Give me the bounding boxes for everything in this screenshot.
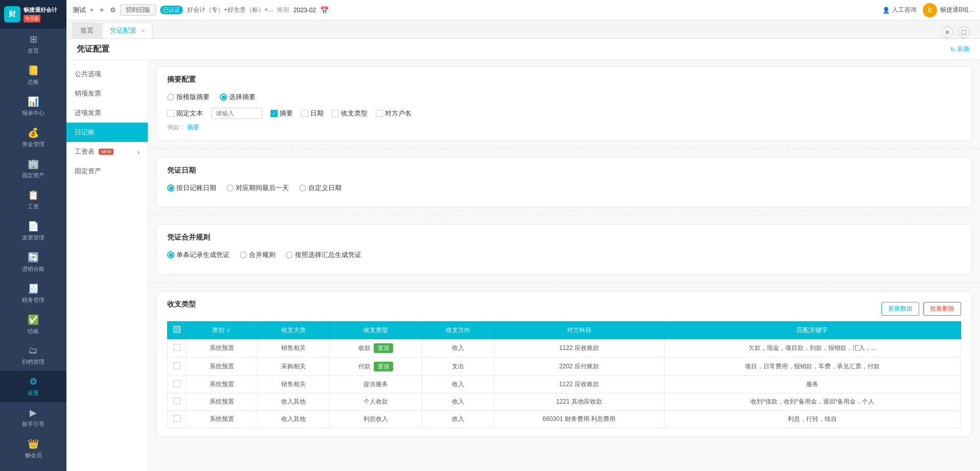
row-checkbox-3[interactable] (168, 393, 186, 411)
table-row: 系统预置 采购相关 付款 置顶 支出 2202 应付账款 项目，日常费用，报销款… (168, 358, 961, 376)
tab-home[interactable]: 首页 (73, 22, 101, 38)
sidebar-item-archive[interactable]: 🗂 归档管理 (0, 340, 66, 371)
row-checkbox-2[interactable] (168, 376, 186, 393)
logo-badge: 专业版 (24, 15, 40, 22)
radio-select[interactable]: 选择摘要 (220, 92, 256, 102)
sidebar-item-common[interactable]: 公共选项 (66, 64, 148, 84)
settle-label: 结账 (28, 327, 39, 335)
sidebar-item-report[interactable]: 📊 报表中心 (0, 91, 66, 122)
row-checkbox-1[interactable] (168, 358, 186, 376)
row-checkbox-0[interactable] (168, 339, 186, 358)
checkbox-summary[interactable]: ✓ 摘要 (270, 109, 293, 118)
reset-tag-0[interactable]: 置顶 (374, 343, 393, 353)
summary-radio-group: 按模版摘要 选择摘要 (167, 92, 961, 102)
sidebar-item-member[interactable]: 👑 畅会员 (0, 433, 66, 464)
batch-delete-button[interactable]: 批量删除 (923, 302, 961, 316)
row-account-3: 1221 其他应收款 (494, 393, 664, 411)
topbar-settings-icon[interactable]: ⚙ (110, 6, 116, 14)
income-btn-group: 更新数据 批量删除 (881, 302, 961, 316)
checkbox-row: 固定文本 ✓ 摘要 日期 收支类型 (167, 108, 961, 119)
row-check-0[interactable] (173, 344, 180, 351)
consult-icon: 👤 (882, 7, 890, 14)
user-menu[interactable]: B 畅捷通B组... (923, 3, 974, 17)
radio-period-last[interactable]: 对应期间最后一天 (226, 183, 289, 193)
row-check-1[interactable] (173, 362, 180, 369)
report-icon: 📊 (28, 96, 39, 107)
refresh-button[interactable]: ↻ 刷新 (950, 45, 970, 59)
radio-selected-total[interactable]: 按照选择汇总生成凭证 (286, 250, 361, 260)
income-table: 类别 ∨ 收支大类 收支类型 收支方向 对方科目 匹配关键字 系统预置 销售相关… (167, 321, 961, 428)
date-section: 凭证日期 按日记账日期 对应期间最后一天 自定义日期 (156, 157, 972, 207)
radio-custom-date[interactable]: 自定义日期 (299, 183, 341, 193)
window-maximize[interactable]: □ (958, 26, 970, 38)
sidebar-item-payroll[interactable]: 📋 工资 (0, 184, 66, 216)
row-direction-1: 支出 (422, 358, 494, 376)
radio-single[interactable]: 单条记录生成凭证 (167, 250, 230, 260)
topbar-dropdown[interactable]: ▾ (90, 6, 94, 14)
radio-template[interactable]: 按模版摘要 (167, 92, 210, 102)
checkbox-counterparty-box (376, 110, 383, 117)
sidebar-item-ledger[interactable]: 📒 总账 (0, 60, 66, 91)
settle-icon: ✅ (28, 314, 39, 325)
col-checkbox[interactable] (168, 322, 186, 339)
sidebar-item-fixed-asset[interactable]: 固定资产 (66, 161, 148, 181)
col-account: 对方科目 (494, 322, 664, 339)
sidebar-item-settings[interactable]: ⚙ 设置 (0, 371, 66, 402)
summary-title: 摘要配置 (167, 75, 961, 84)
sidebar-item-daily-ledger[interactable]: 日记账 (66, 123, 148, 142)
sidebar-item-home[interactable]: ⊞ 首页 (0, 29, 66, 60)
row-direction-4: 收入 (422, 411, 494, 428)
checkbox-type[interactable]: 收支类型 (332, 109, 368, 118)
consult-button[interactable]: 👤 人工咨询 (882, 6, 917, 14)
ledger-label: 总账 (28, 78, 39, 86)
archive-label: 归档管理 (22, 358, 44, 366)
window-close[interactable]: × (941, 26, 953, 38)
checkbox-counterparty[interactable]: 对方户名 (376, 109, 412, 118)
table-row: 系统预置 销售相关 收款 置顶 收入 1122 应收账款 欠款，现金，项目款，到… (168, 339, 961, 358)
sidebar-item-settle[interactable]: ✅ 结账 (0, 309, 66, 340)
fund-icon: 💰 (28, 127, 39, 138)
page-title: 凭证配置 (77, 44, 109, 60)
row-checkbox-4[interactable] (168, 411, 186, 428)
reset-tag-1[interactable]: 置顶 (374, 362, 393, 371)
sidebar-item-purchase[interactable]: 🔄 进销台账 (0, 247, 66, 278)
select-all-checkbox[interactable] (173, 326, 180, 333)
sidebar-item-tax[interactable]: 🧾 税务管理 (0, 278, 66, 309)
sidebar-item-fund[interactable]: 💰 资金管理 (0, 122, 66, 153)
tab-voucher-close[interactable]: × (142, 28, 145, 34)
sidebar-item-payroll[interactable]: 工资表 NEW › (66, 142, 148, 161)
fixed-text-input[interactable] (211, 108, 262, 119)
row-check-2[interactable] (173, 380, 180, 387)
row-keywords-2: 服务 (664, 376, 961, 393)
sidebar-item-sales-invoice[interactable]: 销项发票 (66, 84, 148, 103)
radio-select-label: 选择摘要 (229, 92, 256, 102)
sidebar-item-invoice-mgmt[interactable]: 📄 发票管理 (0, 216, 66, 247)
update-data-button[interactable]: 更新数据 (881, 302, 919, 316)
row-category-1: 系统预置 (186, 358, 258, 376)
switch-version-button[interactable]: 切到旧版 (120, 4, 156, 16)
merge-title: 凭证合并规则 (167, 233, 961, 242)
checkbox-fixed-text[interactable]: 固定文本 (167, 109, 203, 118)
sidebar-item-guide[interactable]: ▶ 新手引导 (0, 402, 66, 433)
sidebar-item-purchase-invoice[interactable]: 进项发票 (66, 103, 148, 123)
radio-custom-circle (299, 184, 306, 192)
col-keywords: 匹配关键字 (664, 322, 961, 339)
purchase-label: 进销台账 (22, 265, 44, 273)
radio-journal-date[interactable]: 按日记账日期 (167, 183, 216, 193)
row-check-3[interactable] (173, 397, 180, 405)
row-category-4: 系统预置 (186, 411, 258, 428)
tab-voucher-config[interactable]: 凭证配置 × (102, 22, 152, 38)
topbar-add[interactable]: ＋ (98, 5, 106, 15)
radio-period-label: 对应期间最后一天 (236, 183, 289, 193)
sidebar-item-asset[interactable]: 🏢 固定资产 (0, 153, 66, 184)
example-text: 例如： 摘要 (167, 123, 961, 132)
checkbox-date[interactable]: 日期 (301, 109, 324, 118)
row-check-4[interactable] (173, 415, 180, 422)
example-prefix: 例如： (167, 124, 186, 131)
radio-select-circle (220, 93, 227, 101)
expand-icon: › (138, 148, 140, 156)
radio-merge-rule[interactable]: 合并规则 (240, 250, 276, 260)
income-header-row: 收支类型 更新数据 批量删除 (167, 300, 961, 317)
sidebar: 财 畅捷通好会计 专业版 ⊞ 首页📒 总账📊 报表中心💰 资金管理🏢 固定资产📋… (0, 0, 66, 471)
calendar-icon[interactable]: 📅 (320, 6, 329, 14)
